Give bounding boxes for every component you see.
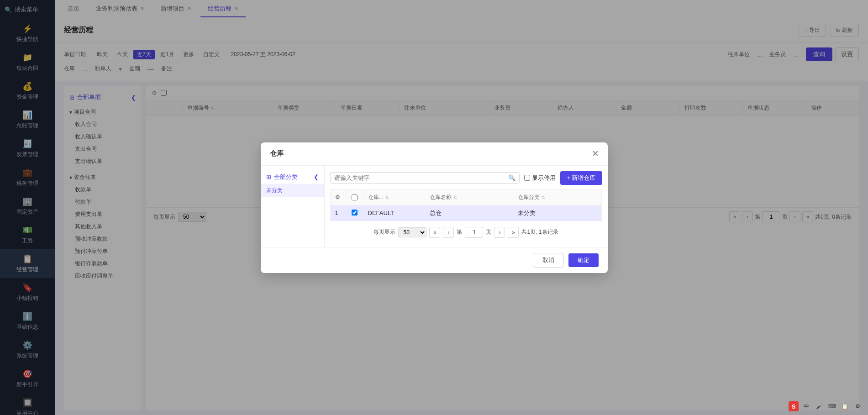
modal-next-next-btn[interactable]: » — [508, 227, 519, 238]
modal-search-icon[interactable]: 🔍 — [508, 174, 516, 181]
tray-s-icon[interactable]: S — [789, 401, 799, 411]
modal-cancel-button[interactable]: 取消 — [533, 253, 564, 268]
modal-actions: 取消 确定 — [261, 247, 608, 273]
modal-total-count: 共1页, 1条记录 — [521, 228, 558, 236]
modal-select-all-checkbox[interactable] — [352, 194, 358, 200]
modal-th-checkbox — [347, 191, 363, 204]
modal-row-index: 1 — [331, 206, 347, 220]
add-warehouse-button[interactable]: + 新增仓库 — [560, 171, 602, 185]
tray-cn-icon[interactable]: 中 — [801, 401, 811, 411]
modal-page-unit: 页 — [486, 228, 491, 236]
tray-settings-icon[interactable]: ⚙ — [852, 401, 863, 411]
modal-prev-btn[interactable]: ‹ — [443, 227, 454, 238]
modal-page-input[interactable] — [465, 227, 483, 238]
modal-sidebar: ⊞ 全部分类 ❮ 未分类 — [261, 166, 325, 247]
modal-main-content: 🔍 显示停用 + 新增仓库 ⚙ — [325, 166, 608, 247]
modal-per-page-select[interactable]: 50 — [398, 227, 426, 237]
show-disabled-checkbox-label[interactable]: 显示停用 — [524, 174, 556, 182]
grid-icon-modal: ⊞ — [266, 173, 271, 180]
modal-page-label-pre: 第 — [457, 228, 462, 236]
modal-pagination: 每页显示 50 « ‹ 第 页 › » 共1页, 1条记录 — [330, 223, 602, 242]
modal-row-checkbox-cell — [347, 206, 363, 221]
tray-clipboard-icon[interactable]: 📋 — [840, 401, 850, 411]
show-disabled-label: 显示停用 — [532, 174, 556, 182]
modal-per-page-label: 每页显示 — [374, 228, 395, 236]
warehouse-modal: 仓库 ✕ ⊞ 全部分类 ❮ 未分类 🔍 — [261, 142, 608, 273]
modal-header: 仓库 ✕ — [261, 142, 608, 166]
tray-keyboard-icon[interactable]: ⌨ — [827, 401, 837, 411]
modal-sidebar-all[interactable]: ⊞ 全部分类 ❮ — [261, 170, 324, 184]
system-tray: S 中 🎤 ⌨ 📋 ⚙ — [789, 401, 863, 411]
modal-sort-code-icon[interactable]: ⇅ — [385, 195, 389, 200]
modal-table-row[interactable]: 1 DEFAULT 总仓 未分类 — [330, 205, 602, 221]
modal-toolbar: 🔍 显示停用 + 新增仓库 — [330, 171, 602, 185]
modal-sort-category-icon[interactable]: ⇅ — [542, 195, 545, 200]
modal-th-category: 仓库分类 ⇅ — [513, 190, 601, 205]
modal-search-input[interactable] — [334, 174, 506, 181]
modal-sidebar-unclassified[interactable]: 未分类 — [261, 184, 324, 197]
modal-table-header: ⚙ 仓库... ⇅ 仓库名称 ⇅ — [330, 189, 602, 205]
modal-sort-name-icon[interactable]: ⇅ — [453, 195, 457, 200]
modal-th-name: 仓库名称 ⇅ — [425, 190, 513, 205]
modal-row-name: 总仓 — [425, 205, 513, 221]
tray-mic-icon[interactable]: 🎤 — [814, 401, 824, 411]
modal-row-code: DEFAULT — [363, 206, 426, 220]
modal-body: ⊞ 全部分类 ❮ 未分类 🔍 显示停用 + 新增仓库 — [261, 166, 608, 247]
modal-overlay: 仓库 ✕ ⊞ 全部分类 ❮ 未分类 🔍 — [0, 0, 868, 415]
modal-all-label: 全部分类 — [274, 173, 298, 181]
modal-row-checkbox[interactable] — [352, 210, 358, 215]
modal-th-settings: ⚙ — [331, 190, 347, 204]
show-disabled-checkbox[interactable] — [524, 175, 530, 181]
modal-confirm-button[interactable]: 确定 — [568, 253, 599, 267]
modal-search-box: 🔍 — [330, 172, 520, 184]
modal-row-category: 未分类 — [513, 205, 601, 221]
modal-table: ⚙ 仓库... ⇅ 仓库名称 ⇅ — [330, 189, 602, 221]
modal-settings-gear-icon[interactable]: ⚙ — [335, 194, 340, 200]
modal-next-btn[interactable]: › — [494, 227, 505, 238]
modal-prev-prev-btn[interactable]: « — [429, 227, 440, 238]
modal-title: 仓库 — [270, 149, 284, 158]
modal-th-code: 仓库... ⇅ — [363, 190, 426, 205]
modal-close-button[interactable]: ✕ — [592, 149, 599, 159]
modal-sidebar-collapse-icon[interactable]: ❮ — [314, 173, 319, 180]
